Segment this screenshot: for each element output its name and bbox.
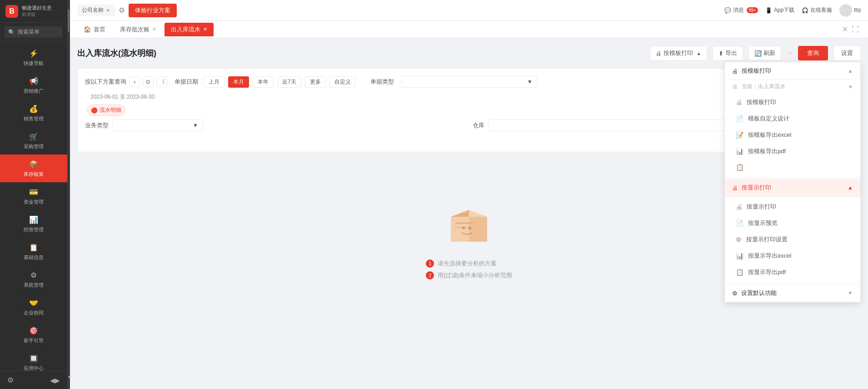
bill-type-dropdown-icon: ▼ [527, 79, 533, 85]
trial-button[interactable]: 体验行业方案 [129, 4, 177, 17]
query-btn[interactable]: 查询 [798, 46, 828, 60]
bill-type-select[interactable]: ▼ [401, 76, 538, 88]
template-print-items: 🖨 按模板打印 📄 模板自定义设计 📝 按模板导出excel 📊 [725, 92, 860, 177]
sidebar-item-guide[interactable]: 🎯 新手引导 [0, 321, 67, 349]
printer-icon: 🖨 [656, 50, 662, 57]
dropdown-item-display-settings[interactable]: ⚙ 按显示打印设置 [725, 231, 860, 248]
business-type-dropdown-icon: ▼ [193, 122, 198, 129]
home-icon: 🏠 [84, 26, 91, 33]
sidebar-item-operations[interactable]: 📊 经营管理 [0, 210, 67, 238]
date-btn-this-year[interactable]: 本年 [253, 76, 274, 88]
sidebar-search-btn[interactable]: 🔍 搜索菜单 [5, 26, 63, 38]
warehouse-label: 仓库 [473, 121, 484, 130]
tab-batch-close[interactable]: ✕ [152, 26, 156, 32]
scrollbar-thumb [68, 9, 70, 32]
user-avatar [839, 4, 852, 17]
dropdown-item-display-excel[interactable]: 📊 按显示导出excel [725, 248, 860, 264]
sidebar-logo: B 畅捷通好生意 标准版 [0, 0, 67, 23]
refresh-icon: 🔄 [754, 50, 762, 57]
sidebar-item-sales[interactable]: 💰 销售管理 [0, 99, 67, 127]
online-support-action[interactable]: 🎧 在线客服 [802, 6, 832, 14]
business-type-select[interactable]: ▼ [112, 120, 203, 131]
sidebar-item-base[interactable]: 📋 基础信息 [0, 238, 67, 265]
sidebar-item-inventory[interactable]: 📦 库存核算 [0, 155, 67, 182]
base-icon: 📋 [29, 242, 39, 252]
empty-steps: 1 请先选择要分析的方案 2 用[过滤]条件来缩小分析范围 [426, 258, 512, 281]
filter-settings-icon[interactable]: ⚙ [143, 76, 154, 87]
display-print-icon: 🖨 [736, 203, 742, 210]
filter-collapse-left-icon[interactable]: 《 [156, 76, 167, 87]
empty-step-2: 2 用[过滤]条件来缩小分析范围 [426, 269, 512, 281]
dropdown-footer-divider [725, 283, 860, 284]
print-template-wrapper: 🖨 按模板打印 ▲ [650, 46, 707, 60]
headset-icon: 🎧 [802, 7, 808, 14]
filter-label-area: 按以下方案查询 + ⚙ 《 [85, 76, 167, 87]
messages-action[interactable]: 💬 消息 99+ [724, 6, 758, 14]
current-template-row: 🖨 当前：出入库流水 ▼ [725, 80, 860, 92]
window-expand-icon[interactable]: ⛶ [852, 25, 859, 34]
date-btn-custom[interactable]: 自定义 [329, 76, 356, 88]
flow-detail-icon: 🔴 [91, 107, 98, 114]
tab-flow-close[interactable]: ✕ [203, 26, 207, 32]
display-print-chevron: ▲ [848, 185, 853, 191]
user-profile[interactable]: Rit [839, 4, 861, 17]
dropdown-item-template-excel[interactable]: 📊 按模板导出pdf [725, 143, 860, 160]
display-print-section-header[interactable]: 🖨 按显示打印 ▲ [725, 179, 860, 197]
date-btn-this-month[interactable]: 本月 [228, 76, 249, 88]
dropdown-header[interactable]: 🖨 按模板打印 ▲ [725, 62, 860, 80]
window-close-icon[interactable]: ✕ [842, 25, 848, 34]
purchase-icon: 🛒 [29, 131, 39, 141]
company-select[interactable]: 公司名称 ▼ [77, 5, 115, 16]
svg-rect-4 [455, 222, 474, 224]
sidebar-settings-icon[interactable]: ⚙ [7, 376, 14, 384]
display-settings-icon: ⚙ [736, 236, 742, 243]
date-btn-more[interactable]: 更多 [305, 76, 326, 88]
sidebar-search-area[interactable]: 🔍 搜索菜单 [0, 23, 67, 42]
tabbar: 🏠 首页 库存批次账 ✕ 出入库流水 ✕ ✕ ⛶ [70, 21, 868, 38]
filter-add-btn[interactable]: + [129, 76, 140, 87]
dropdown-item-template-print[interactable]: 🖨 按模板打印 [725, 94, 860, 110]
dropdown-footer[interactable]: ⚙ 设置默认功能 ▼ [725, 284, 860, 302]
app-logo-icon: B [5, 5, 18, 18]
sidebar-item-system[interactable]: ⚙ 系统管理 [0, 265, 67, 293]
tab-flow[interactable]: 出入库流水 ✕ [165, 23, 214, 36]
dropdown-item-template-preview[interactable]: 📄 模板自定义设计 [725, 110, 860, 127]
sidebar-item-enterprise[interactable]: 🤝 企业协同 [0, 293, 67, 321]
export-icon: ⬆ [718, 50, 723, 57]
sidebar-item-marketing[interactable]: 📢 营销推广 [0, 71, 67, 99]
page-header: 出入库流水(流水明细) 🖨 按模板打印 ▲ ⬆ 导出 🔄 刷新 [77, 45, 861, 61]
print-template-btn[interactable]: 🖨 按模板打印 ▲ [650, 46, 707, 60]
app-logo-text: 畅捷通好生意 标准版 [22, 5, 52, 17]
sidebar-nav: ⚡ 快捷导航 📢 营销推广 💰 销售管理 🛒 采购管理 📦 库存核算 💳 资金管… [0, 42, 67, 371]
template-custom-icon: 📝 [736, 131, 743, 139]
sidebar-item-finance[interactable]: 💳 资金管理 [0, 182, 67, 210]
sidebar-item-apps[interactable]: 🔲 应用中心 [0, 349, 67, 371]
tab-home[interactable]: 🏠 首页 [77, 23, 112, 36]
app-download-action[interactable]: 📱 App下载 [765, 6, 794, 14]
flow-detail-tag[interactable]: 🔴 流水明细 [87, 105, 125, 116]
dropdown-divider [725, 178, 860, 178]
sidebar-collapse-icon[interactable]: ◀▶ [50, 377, 60, 384]
more-options-icon[interactable]: ··· [787, 49, 793, 57]
dropdown-item-template-custom[interactable]: 📝 按模板导出excel [725, 127, 860, 143]
topbar-settings-icon[interactable]: ⚙ [119, 6, 125, 15]
date-btn-prev-month[interactable]: 上月 [204, 76, 224, 88]
dropdown-item-display-pdf[interactable]: 📋 按显示导出pdf [725, 264, 860, 280]
dropdown-item-display-preview[interactable]: 📄 按显示预览 [725, 215, 860, 231]
display-print-items: 🖨 按显示打印 📄 按显示预览 ⚙ 按显示打印设置 📊 [725, 197, 860, 282]
sidebar-item-purchase[interactable]: 🛒 采购管理 [0, 127, 67, 155]
dropdown-item-template-pdf[interactable]: 📋 [725, 160, 860, 175]
display-excel-icon: 📊 [736, 252, 743, 259]
dropdown-item-display-print[interactable]: 🖨 按显示打印 [725, 199, 860, 215]
operations-icon: 📊 [29, 214, 39, 224]
date-btn-7days[interactable]: 近7天 [277, 76, 301, 88]
main-wrapper: 公司名称 ▼ ⚙ 体验行业方案 💬 消息 99+ 📱 App下载 🎧 在线客服 [70, 0, 868, 389]
company-dropdown-icon: ▼ [105, 8, 110, 13]
export-btn[interactable]: ⬆ 导出 [713, 46, 743, 60]
refresh-btn[interactable]: 🔄 刷新 [748, 46, 781, 60]
current-template-label: 🖨 当前：出入库流水 [732, 83, 785, 90]
dropdown-title: 🖨 按模板打印 [732, 67, 771, 75]
settings-btn[interactable]: 设置 [833, 45, 861, 61]
tab-batch[interactable]: 库存批次账 ✕ [114, 23, 163, 36]
sidebar-item-quick-nav[interactable]: ⚡ 快捷导航 [0, 44, 67, 71]
